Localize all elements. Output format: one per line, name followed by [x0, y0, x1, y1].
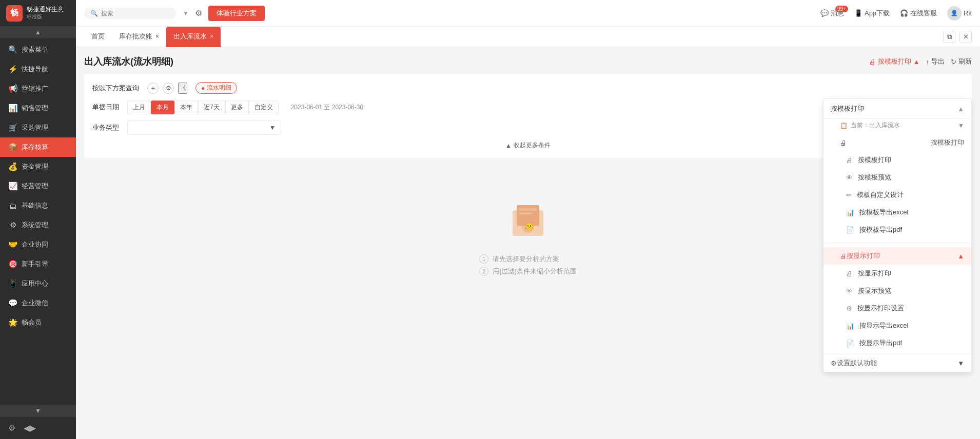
sidebar-item-appstore[interactable]: 📱 应用中心	[0, 274, 76, 293]
tabs-right-controls: ⧉ ✕	[943, 31, 972, 43]
dropdown-footer[interactable]: ⚙ 设置默认功能 ▼	[824, 354, 971, 372]
display-section-icon: 🖨	[840, 252, 847, 260]
app-download-area[interactable]: 📱 App下载	[854, 9, 890, 18]
dropdown-item-display-preview[interactable]: 👁 按显示预览	[824, 282, 971, 300]
tabs-bar: 首页 库存批次账 × 出入库流水 × ⧉ ✕	[76, 27, 980, 47]
search-icon: 🔍	[90, 10, 98, 17]
dropdown-item-display-print[interactable]: 🖨 按显示打印	[824, 265, 971, 282]
sidebar-item-inventory[interactable]: 📦 库存核算	[0, 137, 76, 157]
sidebar-item-finance[interactable]: 💰 资金管理	[0, 157, 76, 176]
export-label: 导出	[931, 57, 945, 66]
dropdown-item-display-excel[interactable]: 📊 按显示导出excel	[824, 317, 971, 334]
close-window-button[interactable]: ✕	[959, 31, 972, 43]
dropdown-item-template-print[interactable]: 🖨 按模板打印	[824, 151, 971, 169]
sidebar-settings-icon[interactable]: ⚙	[8, 423, 15, 433]
tab-flow-close-icon[interactable]: ×	[210, 33, 213, 40]
filter-collapse-button[interactable]: 《	[178, 83, 187, 94]
sidebar-item-label: 新手引导	[22, 260, 48, 269]
sidebar-item-label: 基础信息	[22, 201, 48, 210]
sidebar-item-sales[interactable]: 📊 销售管理	[0, 98, 76, 118]
sidebar-item-base[interactable]: 🗂 基础信息	[0, 196, 76, 215]
sidebar-item-operations[interactable]: 📈 经营管理	[0, 176, 76, 196]
sidebar-item-label: 系统管理	[22, 221, 48, 230]
system-nav-icon: ⚙	[8, 221, 17, 230]
dropdown-item-display-pdf[interactable]: 📄 按显示导出pdf	[824, 334, 971, 352]
dropdown-item-template-pdf[interactable]: 📄 按模板导出pdf	[824, 221, 971, 238]
date-btn-last-month[interactable]: 上月	[127, 101, 151, 114]
dropdown-item-template-design[interactable]: ✏ 模板自定义设计	[824, 186, 971, 204]
date-btn-this-year[interactable]: 本年	[174, 101, 198, 114]
message-badge: 99+	[835, 6, 848, 12]
restore-window-button[interactable]: ⧉	[943, 31, 955, 43]
date-btn-7days[interactable]: 近7天	[198, 101, 225, 114]
finance-nav-icon: 💰	[8, 162, 17, 171]
sidebar-item-system[interactable]: ⚙ 系统管理	[0, 215, 76, 235]
logo-area: 畅 畅捷通好生意 标准版	[0, 0, 76, 27]
page-title: 出入库流水(流水明细)	[84, 55, 173, 68]
dropdown-item-template-preview[interactable]: 👁 按模板预览	[824, 169, 971, 186]
settings-gear-icon[interactable]: ⚙	[195, 8, 202, 18]
page-actions: 🖨 按模板打印 ▲ ↑ 导出 ↻ 刷新	[869, 57, 972, 66]
sidebar-item-vip[interactable]: 🌟 畅会员	[0, 313, 76, 332]
sidebar-item-marketing[interactable]: 📢 营销推广	[0, 79, 76, 98]
print-template-button[interactable]: 🖨 按模板打印 ▲	[869, 57, 920, 66]
industry-solution-button[interactable]: 体验行业方案	[208, 6, 265, 21]
logo-icon: 畅	[6, 5, 23, 22]
search-box[interactable]: 🔍	[84, 8, 177, 19]
date-btn-this-month[interactable]: 本月	[151, 101, 174, 114]
svg-rect-2	[519, 208, 537, 211]
dropdown-item-display-settings[interactable]: ⚙ 按显示打印设置	[824, 300, 971, 317]
template-section-label: 按模板打印	[931, 138, 964, 147]
display-settings-label: 按显示打印设置	[857, 304, 904, 313]
tab-flow[interactable]: 出入库流水 ×	[166, 27, 221, 47]
dropdown-current-label[interactable]: 📋 当前：出入库流水 ▼	[824, 119, 971, 132]
tab-home[interactable]: 首页	[84, 27, 112, 47]
message-area[interactable]: 💬 消息 99+	[820, 9, 844, 18]
display-print-label: 按显示打印	[858, 269, 891, 278]
dropdown-item-template-excel[interactable]: 📊 按模板导出excel	[824, 204, 971, 221]
user-name[interactable]: Rit	[964, 9, 972, 17]
business-type-select[interactable]: ▼	[127, 121, 281, 135]
dropdown-current-icon: 📋	[840, 122, 848, 129]
sidebar-item-label: 资金管理	[22, 162, 48, 171]
template-section-header[interactable]: 🖨 按模板打印	[824, 134, 971, 151]
date-btn-custom[interactable]: 自定义	[249, 101, 279, 114]
sidebar-scroll-down[interactable]: ▼	[0, 405, 76, 416]
date-btn-more[interactable]: 更多	[225, 101, 249, 114]
sidebar-item-wechat[interactable]: 💬 企业微信	[0, 293, 76, 313]
filter-tag-chip[interactable]: ● 流水明细	[195, 82, 237, 94]
sidebar-fold-icon[interactable]: ◀▶	[24, 423, 36, 433]
display-excel-icon: 📊	[846, 322, 854, 330]
svg-rect-3	[519, 212, 532, 214]
display-section-chevron-icon: ▲	[957, 252, 964, 260]
marketing-nav-icon: 📢	[8, 84, 17, 93]
sidebar-scroll-up[interactable]: ▲	[0, 27, 76, 38]
user-area[interactable]: 👤 Rit	[947, 6, 972, 21]
filter-gear-button[interactable]: ⚙	[163, 83, 174, 94]
display-section-header[interactable]: 🖨 按显示打印 ▲	[824, 247, 971, 265]
filter-add-button[interactable]: +	[147, 83, 159, 94]
sidebar-item-purchase[interactable]: 🛒 采购管理	[0, 118, 76, 137]
step-2-text: 用[过滤]条件来缩小分析范围	[493, 267, 576, 276]
dropdown-close-chevron-icon[interactable]: ▲	[957, 105, 964, 113]
sidebar-item-label: 销售管理	[22, 104, 48, 113]
sidebar-item-search[interactable]: 🔍 搜索菜单	[0, 40, 76, 59]
search-input[interactable]	[101, 10, 170, 17]
display-pdf-label: 按显示导出pdf	[859, 338, 902, 348]
sidebar-item-guide[interactable]: 🎯 新手引导	[0, 254, 76, 274]
tab-batch[interactable]: 库存批次账 ×	[112, 27, 166, 47]
tab-batch-close-icon[interactable]: ×	[155, 33, 159, 40]
guide-nav-icon: 🎯	[8, 260, 17, 269]
topbar-right: 💬 消息 99+ 📱 App下载 🎧 在线客服 👤 Rit	[820, 6, 972, 21]
display-settings-icon: ⚙	[846, 305, 852, 312]
dropdown-footer-icon: ⚙	[831, 360, 837, 367]
search-dropdown-icon[interactable]: ▼	[183, 10, 189, 17]
topbar: 🔍 ▼ ⚙ 体验行业方案 💬 消息 99+ 📱 App下载 🎧 在线客服 👤	[76, 0, 980, 27]
export-button[interactable]: ↑ 导出	[926, 57, 945, 66]
date-range-text: 2023-06-01 至 2023-06-30	[291, 103, 363, 112]
refresh-button[interactable]: ↻ 刷新	[951, 57, 972, 66]
sidebar-item-label: 企业协同	[22, 240, 48, 249]
online-service-area[interactable]: 🎧 在线客服	[900, 9, 937, 18]
sidebar-item-shortcut[interactable]: ⚡ 快捷导航	[0, 59, 76, 79]
sidebar-item-partner[interactable]: 🤝 企业协同	[0, 235, 76, 254]
